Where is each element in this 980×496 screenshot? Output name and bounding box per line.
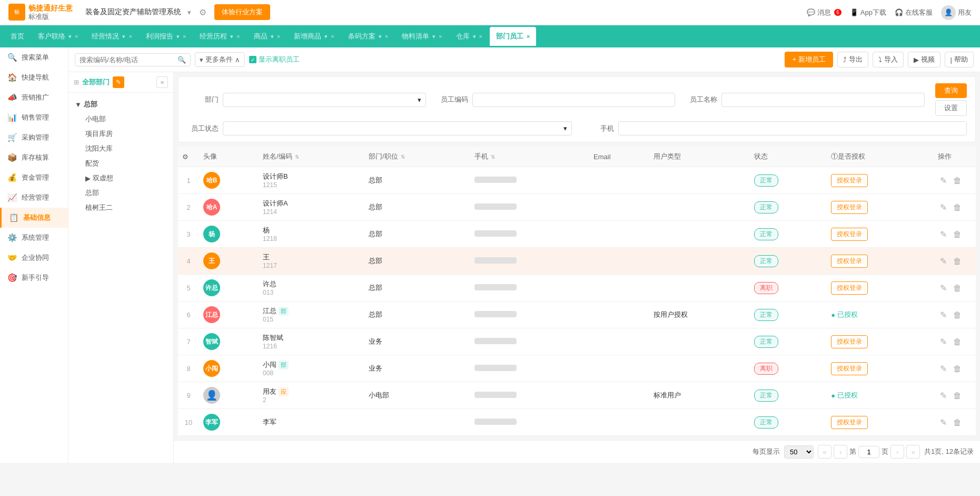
page-input[interactable] bbox=[858, 446, 879, 458]
tab-close-icon[interactable]: × bbox=[128, 33, 132, 40]
sidebar-item-搜索菜单[interactable]: 🔍搜索菜单 bbox=[0, 47, 68, 67]
filter-dept-select[interactable]: ▾ bbox=[223, 93, 426, 107]
edit-button[interactable]: ✎ bbox=[938, 309, 949, 321]
prev-page-btn[interactable]: ‹ bbox=[834, 445, 847, 459]
sidebar-item-企业协同[interactable]: 🤝企业协同 bbox=[0, 248, 68, 268]
auth-login-button[interactable]: 授权登录 bbox=[831, 228, 868, 241]
system-dropdown-arrow[interactable]: ▾ bbox=[187, 8, 191, 16]
nav-tab-经营历程[interactable]: 经营历程 ▾ × bbox=[193, 27, 246, 46]
nav-tab-部门员工[interactable]: 部门员工 × bbox=[490, 27, 536, 46]
sidebar-item-基础信息[interactable]: 📋基础信息 bbox=[0, 208, 68, 228]
dept-node-head[interactable]: ▼ 总部 bbox=[68, 97, 173, 112]
edit-button[interactable]: ✎ bbox=[938, 255, 949, 267]
sidebar-item-新手引导[interactable]: 🎯新手引导 bbox=[0, 268, 68, 288]
view-button[interactable]: ▶ 视频 bbox=[908, 52, 941, 67]
edit-button[interactable]: ✎ bbox=[938, 363, 949, 375]
tab-close-icon[interactable]: × bbox=[236, 33, 240, 40]
auth-login-button[interactable]: 授权登录 bbox=[831, 281, 868, 295]
auth-login-button[interactable]: 授权登录 bbox=[831, 201, 868, 214]
sidebar-item-快捷导航[interactable]: 🏠快捷导航 bbox=[0, 67, 68, 87]
tab-close-icon[interactable]: × bbox=[277, 33, 280, 40]
edit-button[interactable]: ✎ bbox=[938, 228, 949, 240]
collapse-btn[interactable]: « bbox=[156, 76, 168, 88]
dept-node-xdb[interactable]: 小电部 bbox=[79, 112, 173, 127]
help-button[interactable]: | 帮助 bbox=[945, 52, 974, 67]
nav-tab-新增商品[interactable]: 新增商品 ▾ × bbox=[288, 27, 340, 46]
filter-empname-input[interactable] bbox=[721, 93, 925, 107]
dept-node-zb[interactable]: 总部 bbox=[79, 186, 173, 200]
nav-tab-首页[interactable]: 首页 bbox=[4, 27, 31, 46]
nav-tab-物料清单[interactable]: 物料清单 ▾ × bbox=[395, 27, 448, 46]
th-name[interactable]: 姓名/编码 ⇅ bbox=[259, 147, 364, 167]
delete-button[interactable]: 🗑 bbox=[951, 390, 964, 402]
sidebar-item-资金管理[interactable]: 💰资金管理 bbox=[0, 168, 68, 188]
tab-close-icon[interactable]: × bbox=[439, 33, 442, 40]
th-phone[interactable]: 手机 ⇅ bbox=[470, 147, 589, 167]
auth-login-button[interactable]: 授权登录 bbox=[831, 335, 868, 348]
edit-button[interactable]: ✎ bbox=[938, 336, 949, 348]
dept-node-ph[interactable]: 配货 bbox=[79, 156, 173, 171]
show-resigned-toggle[interactable]: ✓ 显示离职员工 bbox=[249, 55, 300, 64]
query-button[interactable]: 查询 bbox=[935, 83, 967, 98]
sidebar-item-采购管理[interactable]: 🛒采购管理 bbox=[0, 128, 68, 148]
tab-close-icon[interactable]: × bbox=[331, 33, 334, 40]
dept-node-syd[interactable]: 沈阳大库 bbox=[79, 141, 173, 156]
dept-node-xmkf[interactable]: 项目库房 bbox=[79, 127, 173, 141]
delete-button[interactable]: 🗑 bbox=[951, 283, 964, 294]
add-employee-button[interactable]: + 新增员工 bbox=[785, 52, 833, 67]
messages-item[interactable]: 💬 消息 6 bbox=[807, 8, 842, 17]
last-page-btn[interactable]: » bbox=[906, 445, 920, 459]
tab-close-icon[interactable]: × bbox=[527, 33, 530, 40]
next-page-btn[interactable]: › bbox=[890, 445, 904, 459]
trial-button[interactable]: 体验行业方案 bbox=[214, 4, 270, 20]
dept-all-label[interactable]: 全部部门 bbox=[82, 77, 110, 87]
delete-button[interactable]: 🗑 bbox=[951, 336, 964, 348]
search-input[interactable] bbox=[80, 56, 175, 64]
tab-close-icon[interactable]: × bbox=[75, 33, 78, 40]
filter-empcode-input[interactable] bbox=[472, 93, 676, 107]
edit-button[interactable]: ✎ bbox=[938, 174, 949, 187]
th-dept[interactable]: 部门/职位 ⇅ bbox=[364, 147, 470, 167]
dept-node-zswe[interactable]: 植树王二 bbox=[79, 200, 173, 215]
sidebar-item-营销推广[interactable]: 📣营销推广 bbox=[0, 87, 68, 108]
dept-node-sx[interactable]: ▶ 双虚想 bbox=[79, 171, 173, 186]
nav-tab-条码方案[interactable]: 条码方案 ▾ × bbox=[342, 27, 394, 46]
delete-button[interactable]: 🗑 bbox=[951, 229, 964, 240]
delete-button[interactable]: 🗑 bbox=[951, 309, 964, 321]
auth-login-button[interactable]: 授权登录 bbox=[831, 362, 868, 375]
sidebar-item-库存核算[interactable]: 📦库存核算 bbox=[0, 148, 68, 168]
th-settings[interactable]: ⚙ bbox=[178, 147, 199, 167]
edit-button[interactable]: ✎ bbox=[938, 390, 949, 402]
tab-close-icon[interactable]: × bbox=[479, 33, 482, 40]
delete-button[interactable]: 🗑 bbox=[951, 363, 964, 375]
edit-button[interactable]: ✎ bbox=[938, 282, 949, 294]
import-button[interactable]: ⤵ 导入 bbox=[873, 52, 904, 67]
filter-phone-input[interactable] bbox=[618, 121, 967, 135]
user-item[interactable]: 👤 用友 bbox=[941, 5, 972, 20]
delete-button[interactable]: 🗑 bbox=[951, 256, 964, 267]
nav-tab-利润报告[interactable]: 利润报告 ▾ × bbox=[140, 27, 192, 46]
page-size-select[interactable]: 50 100 bbox=[784, 445, 814, 459]
app-download-item[interactable]: 📱 App下载 bbox=[850, 8, 886, 17]
edit-button[interactable]: ✎ bbox=[938, 201, 949, 213]
delete-button[interactable]: 🗑 bbox=[951, 417, 964, 429]
sidebar-item-销售管理[interactable]: 📊销售管理 bbox=[0, 108, 68, 128]
delete-button[interactable]: 🗑 bbox=[951, 202, 964, 213]
auth-login-button[interactable]: 授权登录 bbox=[831, 255, 868, 268]
delete-button[interactable]: 🗑 bbox=[951, 175, 964, 187]
edit-button[interactable]: ✎ bbox=[938, 416, 949, 429]
set-button[interactable]: 设置 bbox=[935, 100, 967, 116]
first-page-btn[interactable]: « bbox=[818, 445, 831, 459]
filter-status-select[interactable]: ▾ bbox=[223, 121, 572, 135]
more-filter-btn[interactable]: ▾ 更多条件 ∧ bbox=[195, 52, 245, 67]
nav-tab-商品[interactable]: 商品 ▾ × bbox=[248, 27, 286, 46]
gear-button[interactable]: ⚙ bbox=[195, 5, 210, 20]
nav-tab-经营情况[interactable]: 经营情况 ▾ × bbox=[85, 27, 138, 46]
dept-edit-icon[interactable]: ✎ bbox=[113, 76, 124, 88]
tab-close-icon[interactable]: × bbox=[385, 33, 388, 40]
auth-login-button[interactable]: 授权登录 bbox=[831, 416, 868, 429]
nav-tab-客户联络[interactable]: 客户联络 ▾ × bbox=[32, 27, 84, 46]
online-service-item[interactable]: 🎧 在线客服 bbox=[895, 8, 933, 17]
sidebar-item-经营管理[interactable]: 📈经营管理 bbox=[0, 188, 68, 208]
sidebar-item-系统管理[interactable]: ⚙️系统管理 bbox=[0, 228, 68, 248]
